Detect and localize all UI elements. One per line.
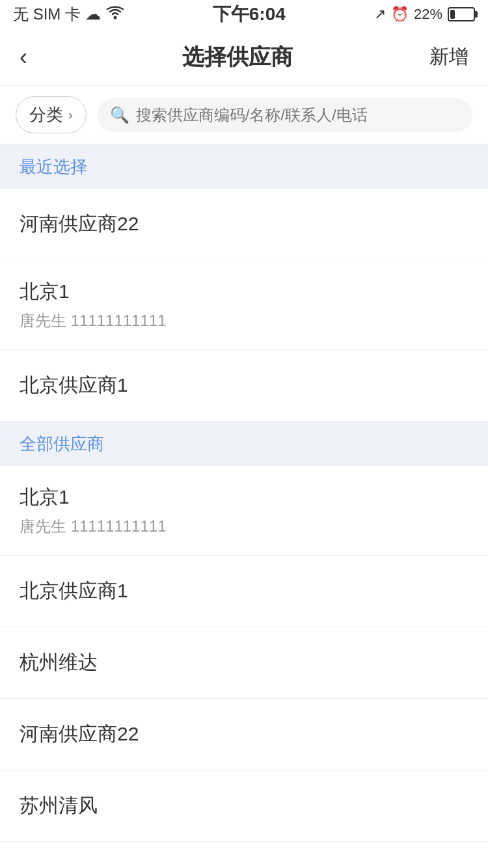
search-box[interactable]: 🔍 — [97, 98, 472, 132]
all-list-item[interactable]: 杭州维达 — [0, 627, 488, 699]
nav-bar: ‹ 选择供应商 新增 — [0, 29, 488, 86]
category-button[interactable]: 分类 › — [16, 96, 87, 133]
item-sub: 唐先生 11111111111 — [20, 516, 468, 537]
wifi-icon — [106, 5, 124, 23]
item-name: 河南供应商22 — [20, 721, 468, 748]
item-name: 河南供应商22 — [20, 211, 468, 237]
item-name: 苏州清风 — [20, 793, 468, 819]
recent-section-header: 最近选择 — [0, 144, 488, 189]
status-time: 下午6:04 — [213, 2, 286, 27]
chevron-right-icon: › — [68, 107, 73, 122]
filter-bar: 分类 › 🔍 — [0, 86, 488, 144]
item-name: 杭州维达 — [20, 649, 468, 676]
search-input[interactable] — [136, 106, 459, 124]
all-list-item[interactable]: 河南供应商22 — [0, 699, 488, 770]
all-section-title: 全部供应商 — [20, 433, 104, 455]
all-section-header: 全部供应商 — [0, 422, 488, 466]
recent-list: 河南供应商22北京1唐先生 11111111111北京供应商1 — [0, 189, 488, 422]
no-sim-label: 无 SIM 卡 ☁ — [13, 4, 101, 25]
status-right: ↗ ⏰ 22% — [374, 6, 475, 23]
item-name: 北京供应商1 — [20, 372, 468, 399]
battery-percent: 22% — [414, 6, 442, 23]
all-list-item[interactable]: 北京供应商1 — [0, 556, 488, 627]
recent-list-item[interactable]: 北京1唐先生 11111111111 — [0, 260, 488, 350]
battery-icon — [448, 7, 475, 21]
item-name: 北京1 — [20, 278, 468, 305]
add-button[interactable]: 新增 — [416, 44, 468, 70]
all-list-item[interactable]: 苏州清风 — [0, 770, 488, 842]
all-list: 北京1唐先生 11111111111北京供应商1杭州维达河南供应商22苏州清风 — [0, 466, 488, 842]
status-left: 无 SIM 卡 ☁ — [13, 4, 124, 25]
category-label: 分类 — [29, 103, 63, 126]
page-title: 选择供应商 — [182, 42, 293, 72]
recent-section-title: 最近选择 — [20, 156, 87, 178]
recent-list-item[interactable]: 河南供应商22 — [0, 189, 488, 260]
item-name: 北京供应商1 — [20, 578, 468, 604]
item-sub: 唐先生 11111111111 — [20, 310, 468, 331]
item-name: 北京1 — [20, 484, 468, 511]
recent-list-item[interactable]: 北京供应商1 — [0, 350, 488, 422]
alarm-icon: ⏰ — [391, 6, 409, 23]
back-button[interactable]: ‹ — [20, 44, 59, 71]
svg-point-0 — [113, 16, 116, 20]
search-icon: 🔍 — [110, 106, 129, 124]
all-list-item[interactable]: 北京1唐先生 11111111111 — [0, 466, 488, 556]
status-bar: 无 SIM 卡 ☁ 下午6:04 ↗ ⏰ 22% — [0, 0, 488, 29]
location-icon: ↗ — [374, 6, 386, 23]
